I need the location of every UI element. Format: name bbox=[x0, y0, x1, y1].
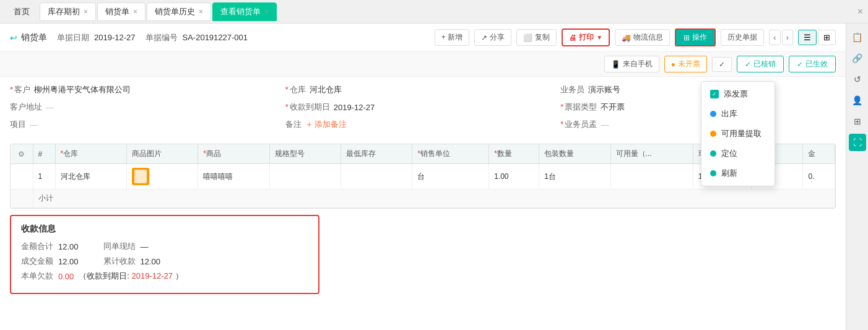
payment-title: 收款信息 bbox=[21, 224, 308, 235]
ticket-value: 不开票 bbox=[601, 102, 625, 113]
active-button[interactable]: ✓ 已生效 bbox=[789, 56, 836, 72]
tab-sales-history[interactable]: 销货单历史 × bbox=[147, 2, 211, 21]
logistics-button[interactable]: 🚚 物流信息 bbox=[615, 29, 670, 46]
row-available bbox=[610, 164, 693, 189]
confirm-button[interactable]: ✓ bbox=[712, 57, 732, 72]
payment-total-label: 金额合计 bbox=[21, 241, 53, 252]
col-min-stock: 最低库存 bbox=[341, 144, 412, 164]
staff-field: 业务员 演示账号 bbox=[560, 84, 836, 95]
dropdown-add-invoice[interactable]: ✓ 添发票 bbox=[701, 84, 775, 104]
dropdown-refresh[interactable]: 刷新 bbox=[701, 163, 775, 183]
ticket-label: 票据类型 bbox=[560, 102, 597, 113]
new-button[interactable]: + 新增 bbox=[435, 29, 469, 46]
staff-label: 业务员 bbox=[560, 84, 584, 95]
col-image: 商品图片 bbox=[126, 144, 197, 164]
sidebar-icon-user[interactable]: 👤 bbox=[849, 92, 866, 109]
not-open-button[interactable]: ● 未开票 bbox=[664, 56, 707, 72]
sidebar-icon-grid[interactable]: ⊞ bbox=[849, 113, 866, 130]
from-phone-button[interactable]: 📱 来自手机 bbox=[604, 56, 659, 72]
doc-title-text: 销货单 bbox=[21, 32, 47, 43]
dropdown-available-pick-label: 可用量提取 bbox=[721, 128, 762, 139]
dot-outbound bbox=[710, 111, 716, 117]
tab-close-sales[interactable]: × bbox=[133, 7, 137, 16]
dot-refresh bbox=[710, 170, 716, 176]
tab-view-sales[interactable]: 查看销货单 × bbox=[212, 2, 277, 21]
dropdown-locate-label: 定位 bbox=[721, 148, 737, 159]
confirm-icon: ✓ bbox=[719, 60, 725, 69]
tab-sales[interactable]: 销货单 × bbox=[97, 2, 145, 21]
notes-label: 备注 bbox=[285, 119, 302, 130]
prev-button[interactable]: ‹ bbox=[769, 30, 780, 45]
doc-actions: + 新增 ↗ 分享 ⬜ 复制 🖨 打印 ▼ 🚚 物流信息 bbox=[435, 28, 836, 46]
history-button[interactable]: 历史单据 bbox=[721, 29, 764, 46]
address-label: 客户地址 bbox=[10, 102, 42, 113]
check-circle-icon: ✓ bbox=[745, 60, 751, 69]
subtotal-label: 小计 bbox=[33, 189, 835, 208]
payment-row-3: 本单欠款 0.00 （收款到期日: 2019-12-27 ） bbox=[21, 271, 308, 282]
ticket-field: 票据类型 不开票 bbox=[560, 102, 836, 113]
customer-field: 客户 柳州粤港平安气体有限公司 bbox=[10, 84, 285, 95]
plus-icon: ＋ bbox=[305, 119, 313, 130]
add-note-button[interactable]: ＋ 添加备注 bbox=[305, 119, 347, 130]
dot-locate bbox=[710, 150, 716, 157]
tab-close-sales-history[interactable]: × bbox=[199, 7, 203, 16]
payment-transaction-value: 12.00 bbox=[58, 257, 79, 266]
customer-value: 柳州粤港平安气体有限公司 bbox=[34, 84, 131, 95]
phone-icon: 📱 bbox=[611, 60, 620, 69]
dropdown-locate[interactable]: 定位 bbox=[701, 144, 775, 163]
row-num: 1 bbox=[33, 164, 55, 189]
close-window-button[interactable]: × bbox=[857, 6, 863, 17]
project-value: — bbox=[30, 120, 38, 129]
dropdown-add-invoice-label: 添发票 bbox=[724, 89, 748, 100]
staff2-value: — bbox=[601, 120, 609, 129]
col-amount: 金 bbox=[803, 144, 835, 164]
col-product: *商品 bbox=[198, 144, 269, 164]
col-warehouse: *仓库 bbox=[55, 144, 126, 164]
payment-cumulative: 累计收款 12.00 bbox=[103, 256, 161, 267]
copy-icon: ⬜ bbox=[523, 33, 532, 42]
operate-button[interactable]: ⊞ 操作 bbox=[675, 28, 716, 46]
tab-close-view-sales[interactable]: × bbox=[264, 7, 269, 16]
dropdown-available-pick[interactable]: 可用量提取 bbox=[701, 124, 775, 144]
sales-order-icon: ↩ bbox=[10, 33, 17, 43]
next-button[interactable]: › bbox=[782, 30, 793, 45]
dropdown-outbound[interactable]: 出库 bbox=[701, 104, 775, 124]
project-label: 项目 bbox=[10, 119, 26, 130]
tab-close-inventory[interactable]: × bbox=[84, 7, 88, 16]
row-image bbox=[126, 164, 197, 189]
col-gear: ⚙ bbox=[11, 144, 33, 164]
sidebar-icon-link[interactable]: 🔗 bbox=[849, 50, 866, 67]
main-area: ↩ 销货单 单据日期 2019-12-27 单据编号 SA-20191227-0… bbox=[0, 24, 868, 330]
sold-button[interactable]: ✓ 已核销 bbox=[737, 56, 784, 72]
dropdown-outbound-label: 出库 bbox=[721, 108, 737, 119]
tab-inventory[interactable]: 库存期初 × bbox=[40, 2, 96, 21]
share-button[interactable]: ↗ 分享 bbox=[474, 29, 511, 46]
col-qty: *数量 bbox=[489, 144, 539, 164]
row-qty: 1.00 bbox=[489, 164, 539, 189]
row-product: 嘻嘻嘻嘻 bbox=[198, 164, 269, 189]
payment-same-order: 同单现结 — bbox=[103, 241, 149, 252]
grid-view-button[interactable]: ⊞ bbox=[818, 30, 836, 45]
sidebar-icon-notes[interactable]: 📋 bbox=[849, 28, 866, 46]
row-spec bbox=[269, 164, 341, 189]
staff-value: 演示账号 bbox=[588, 84, 620, 95]
col-num: # bbox=[33, 144, 55, 164]
payment-transaction-label: 成交金额 bbox=[21, 256, 53, 267]
sidebar-icon-refresh[interactable]: ↺ bbox=[849, 71, 866, 88]
logistics-icon: 🚚 bbox=[622, 33, 631, 42]
copy-button[interactable]: ⬜ 复制 bbox=[516, 29, 557, 46]
payment-info-box: 收款信息 金额合计 12.00 同单现结 — 成交金额 12.00 累计收款 bbox=[10, 215, 319, 294]
warehouse-label: 仓库 bbox=[285, 84, 306, 95]
payment-same-order-label: 同单现结 bbox=[103, 241, 136, 252]
print-button[interactable]: 🖨 打印 ▼ bbox=[562, 28, 610, 46]
sidebar-icon-expand[interactable]: ⛶ bbox=[849, 134, 866, 151]
view-btns: ☰ ⊞ bbox=[798, 30, 836, 45]
warehouse-field: 仓库 河北仓库 bbox=[285, 84, 561, 95]
tab-home[interactable]: 首页 bbox=[5, 6, 38, 17]
list-view-button[interactable]: ☰ bbox=[798, 30, 817, 45]
payment-row-2: 成交金额 12.00 累计收款 12.00 bbox=[21, 256, 308, 267]
checkbox-add-invoice: ✓ bbox=[710, 90, 719, 98]
notes-field: 备注 ＋ 添加备注 bbox=[285, 119, 561, 130]
subtotal-gear bbox=[11, 189, 33, 208]
dropdown-refresh-label: 刷新 bbox=[721, 168, 737, 179]
